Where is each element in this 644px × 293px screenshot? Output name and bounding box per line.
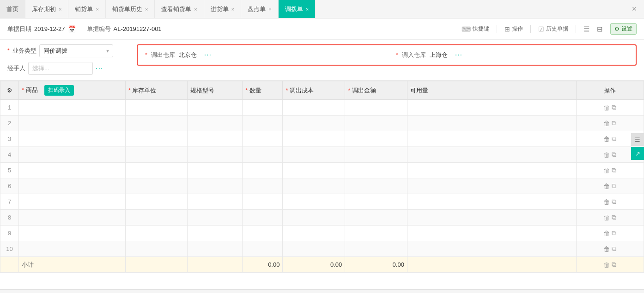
row-spec-cell[interactable] bbox=[188, 194, 243, 210]
operation-button[interactable]: ⊞ 操作 bbox=[504, 25, 523, 33]
row-copy-icon[interactable]: ⧉ bbox=[612, 104, 616, 111]
row-spec-cell[interactable] bbox=[188, 116, 243, 131]
scan-button[interactable]: 扫码录入 bbox=[44, 85, 74, 96]
row-available-cell[interactable] bbox=[407, 226, 576, 241]
row-unit-cell[interactable] bbox=[125, 226, 188, 241]
row-product-cell[interactable] bbox=[19, 163, 126, 178]
row-available-cell[interactable] bbox=[407, 163, 576, 178]
row-delete-icon[interactable]: 🗑 bbox=[603, 245, 610, 253]
tab-stock-check-close[interactable]: × bbox=[268, 6, 271, 12]
tab-sales-order[interactable]: 销货单 × bbox=[68, 0, 105, 18]
calendar-icon[interactable]: 📅 bbox=[68, 25, 76, 33]
row-quantity-cell[interactable] bbox=[243, 100, 283, 116]
row-delete-icon[interactable]: 🗑 bbox=[603, 120, 610, 127]
row-product-cell[interactable] bbox=[19, 116, 126, 131]
row-unit-cell[interactable] bbox=[125, 241, 188, 257]
row-product-cell[interactable] bbox=[19, 241, 126, 257]
in-warehouse-more-icon[interactable]: ··· bbox=[455, 51, 462, 59]
tab-view-sales[interactable]: 查看销货单 × bbox=[155, 0, 204, 18]
row-available-cell[interactable] bbox=[407, 147, 576, 163]
row-product-cell[interactable] bbox=[19, 210, 126, 226]
row-unit-cell[interactable] bbox=[125, 100, 188, 116]
tab-sales-history-close[interactable]: × bbox=[145, 6, 148, 12]
row-cost-cell[interactable] bbox=[283, 131, 345, 147]
tab-home[interactable]: 首页 bbox=[0, 0, 25, 18]
row-spec-cell[interactable] bbox=[188, 163, 243, 178]
row-available-cell[interactable] bbox=[407, 178, 576, 194]
row-product-cell[interactable] bbox=[19, 100, 126, 116]
row-delete-icon[interactable]: 🗑 bbox=[603, 214, 610, 221]
row-spec-cell[interactable] bbox=[188, 241, 243, 257]
row-quantity-cell[interactable] bbox=[243, 147, 283, 163]
row-product-cell[interactable] bbox=[19, 178, 126, 194]
row-unit-cell[interactable] bbox=[125, 147, 188, 163]
row-copy-icon[interactable]: ⧉ bbox=[612, 198, 616, 206]
row-delete-icon[interactable]: 🗑 bbox=[603, 183, 610, 190]
row-cost-cell[interactable] bbox=[283, 226, 345, 241]
row-delete-icon[interactable]: 🗑 bbox=[603, 261, 610, 269]
row-unit-cell[interactable] bbox=[125, 131, 188, 147]
row-spec-cell[interactable] bbox=[188, 226, 243, 241]
horizontal-scrollbar[interactable] bbox=[0, 289, 644, 293]
row-spec-cell[interactable] bbox=[188, 210, 243, 226]
tab-inventory-init-close[interactable]: × bbox=[59, 6, 61, 12]
row-copy-icon[interactable]: ⧉ bbox=[612, 214, 616, 221]
row-delete-icon[interactable]: 🗑 bbox=[603, 167, 610, 174]
row-cost-cell[interactable] bbox=[283, 194, 345, 210]
row-amount-cell[interactable] bbox=[345, 194, 407, 210]
row-unit-cell[interactable] bbox=[125, 194, 188, 210]
row-copy-icon[interactable]: ⧉ bbox=[612, 119, 616, 127]
person-more-icon[interactable]: ··· bbox=[96, 64, 103, 73]
row-product-cell[interactable] bbox=[19, 194, 126, 210]
row-cost-cell[interactable] bbox=[283, 116, 345, 131]
row-available-cell[interactable] bbox=[407, 241, 576, 257]
row-delete-icon[interactable]: 🗑 bbox=[603, 135, 610, 143]
row-copy-icon[interactable]: ⧉ bbox=[612, 166, 616, 174]
layout-list-button[interactable]: ☰ bbox=[583, 25, 589, 33]
setting-button[interactable]: ⚙ 设置 bbox=[610, 23, 637, 35]
out-warehouse-more-icon[interactable]: ··· bbox=[204, 51, 212, 59]
row-spec-cell[interactable] bbox=[188, 147, 243, 163]
row-amount-cell[interactable] bbox=[345, 116, 407, 131]
tab-sales-order-close[interactable]: × bbox=[96, 6, 98, 12]
row-amount-cell[interactable] bbox=[345, 226, 407, 241]
row-delete-icon[interactable]: 🗑 bbox=[603, 230, 610, 237]
row-copy-icon[interactable]: ⧉ bbox=[612, 182, 616, 190]
row-cost-cell[interactable] bbox=[283, 241, 345, 257]
row-amount-cell[interactable] bbox=[345, 100, 407, 116]
row-cost-cell[interactable] bbox=[283, 178, 345, 194]
business-type-select[interactable]: 同价调拨 ▾ bbox=[39, 44, 113, 57]
col-gear[interactable]: ⚙ bbox=[0, 81, 19, 100]
row-delete-icon[interactable]: 🗑 bbox=[603, 104, 610, 111]
row-copy-icon[interactable]: ⧉ bbox=[612, 245, 616, 253]
window-close-button[interactable]: × bbox=[624, 0, 644, 18]
row-amount-cell[interactable] bbox=[345, 131, 407, 147]
tab-view-sales-close[interactable]: × bbox=[194, 6, 197, 12]
row-quantity-cell[interactable] bbox=[243, 163, 283, 178]
row-available-cell[interactable] bbox=[407, 100, 576, 116]
side-list-button[interactable]: ☰ bbox=[631, 133, 644, 146]
row-unit-cell[interactable] bbox=[125, 116, 188, 131]
row-amount-cell[interactable] bbox=[345, 210, 407, 226]
row-cost-cell[interactable] bbox=[283, 100, 345, 116]
row-copy-icon[interactable]: ⧉ bbox=[612, 261, 616, 269]
tab-stock-check[interactable]: 盘点单 × bbox=[241, 0, 278, 18]
row-product-cell[interactable] bbox=[19, 131, 126, 147]
history-button[interactable]: ☑ 历史单据 bbox=[538, 25, 568, 33]
side-expand-button[interactable]: ↗ bbox=[631, 147, 644, 160]
tab-transfer-close[interactable]: × bbox=[306, 6, 309, 12]
row-available-cell[interactable] bbox=[407, 210, 576, 226]
row-product-cell[interactable] bbox=[19, 226, 126, 241]
row-quantity-cell[interactable] bbox=[243, 210, 283, 226]
row-quantity-cell[interactable] bbox=[243, 178, 283, 194]
tab-purchase[interactable]: 进货单 × bbox=[204, 0, 241, 18]
row-quantity-cell[interactable] bbox=[243, 194, 283, 210]
row-spec-cell[interactable] bbox=[188, 100, 243, 116]
row-cost-cell[interactable] bbox=[283, 210, 345, 226]
row-available-cell[interactable] bbox=[407, 116, 576, 131]
row-copy-icon[interactable]: ⧉ bbox=[612, 229, 616, 237]
row-amount-cell[interactable] bbox=[345, 147, 407, 163]
person-select[interactable]: 选择... bbox=[28, 62, 93, 75]
tab-purchase-close[interactable]: × bbox=[231, 6, 234, 12]
row-copy-icon[interactable]: ⧉ bbox=[612, 151, 616, 159]
